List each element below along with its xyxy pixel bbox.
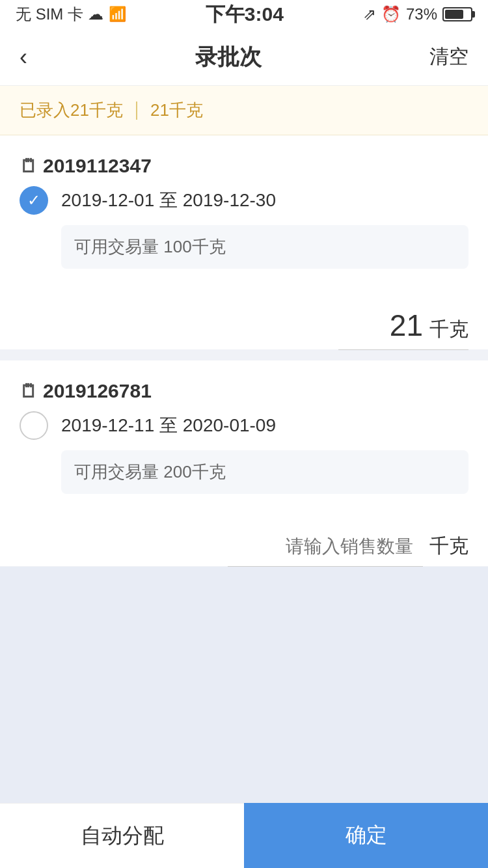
location-icon: ⇗ — [363, 5, 376, 23]
status-right: ⇗ ⏰ 73% — [363, 5, 472, 23]
info-divider — [136, 102, 137, 120]
wifi-icon: 📶 — [109, 6, 126, 23]
footer: 自动分配 确定 — [0, 803, 488, 868]
bottom-area — [0, 567, 488, 840]
page-title: 录批次 — [195, 42, 262, 72]
batch1-row[interactable]: ✓ 2019-12-01 至 2019-12-30 — [20, 186, 468, 215]
confirm-button[interactable]: 确定 — [244, 803, 488, 868]
batch2-header: 🗒 2019126781 — [20, 380, 468, 402]
back-button[interactable]: ‹ — [20, 44, 27, 71]
status-time: 下午3:04 — [206, 1, 284, 28]
auto-distribute-label: 自动分配 — [81, 822, 164, 850]
batch1-amount-unit: 千克 — [429, 316, 468, 343]
status-left: 无 SIM 卡 ☁ 📶 — [16, 4, 126, 25]
battery-icon — [442, 7, 472, 21]
batch1-amount-value: 21 — [390, 308, 423, 343]
batch2-id: 2019126781 — [43, 380, 152, 402]
batch1-card: 🗒 2019112347 ✓ 2019-12-01 至 2019-12-30 可… — [0, 135, 488, 295]
batch1-date: 2019-12-01 至 2019-12-30 — [61, 188, 276, 213]
status-bar: 无 SIM 卡 ☁ 📶 下午3:04 ⇗ ⏰ 73% — [0, 0, 488, 29]
batch2-date: 2019-12-11 至 2020-01-09 — [61, 413, 276, 438]
amount-row: 21 千克 — [0, 295, 488, 349]
batch2-card: 🗒 2019126781 2019-12-11 至 2020-01-09 可用交… — [0, 360, 488, 520]
check-icon: ✓ — [27, 191, 40, 210]
input-row[interactable]: 千克 — [0, 520, 488, 566]
confirm-label: 确定 — [346, 821, 387, 850]
info-banner: 已录入21千克 21千克 — [0, 86, 488, 135]
batch2-icon: 🗒 — [20, 381, 38, 402]
batch1-id: 2019112347 — [43, 155, 152, 177]
section-divider — [0, 350, 488, 360]
batch2-row[interactable]: 2019-12-11 至 2020-01-09 — [20, 411, 468, 440]
auto-distribute-button[interactable]: 自动分配 — [0, 803, 244, 868]
nav-bar: ‹ 录批次 清空 — [0, 29, 488, 86]
batch1-radio[interactable]: ✓ — [20, 186, 48, 215]
input-unit: 千克 — [429, 533, 468, 560]
recorded-amount-label: 已录入21千克 — [20, 99, 123, 122]
battery-text: 73% — [406, 5, 437, 23]
batch1-header: 🗒 2019112347 — [20, 155, 468, 177]
batch1-icon: 🗒 — [20, 156, 38, 177]
clear-button[interactable]: 清空 — [429, 44, 468, 70]
info-amount-value: 21千克 — [150, 99, 203, 122]
batch1-available: 可用交易量 100千克 — [61, 225, 468, 269]
quantity-input[interactable] — [228, 536, 423, 557]
batch2-available: 可用交易量 200千克 — [61, 450, 468, 494]
no-sim-text: 无 SIM 卡 ☁ — [16, 4, 103, 25]
alarm-icon: ⏰ — [381, 5, 401, 23]
batch2-radio[interactable] — [20, 411, 48, 440]
